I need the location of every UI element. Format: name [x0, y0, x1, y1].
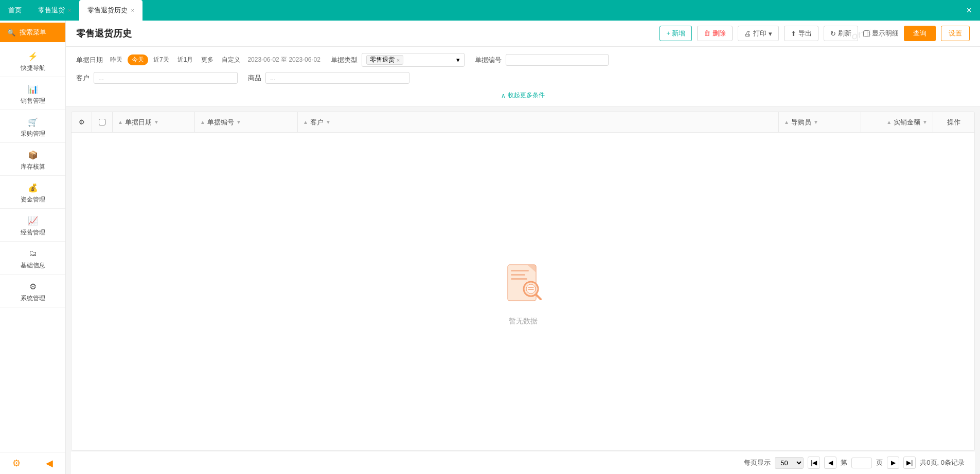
table-area: ⚙ ▲ 单据日期 ▼ ▲ 单据编号 ▼ ▲ 客户 ▼ — [71, 112, 975, 451]
sidebar-item-sales-label: 销售管理 — [21, 97, 45, 105]
export-button[interactable]: ⬆ 导出 — [784, 26, 818, 41]
sidebar-item-operations-label: 经营管理 — [21, 228, 45, 237]
search-menu-label: 搜索菜单 — [20, 28, 46, 37]
tab-retail-return-history-close[interactable]: × — [131, 7, 134, 13]
tab-home[interactable]: 首页 — [0, 0, 30, 21]
table-header: ⚙ ▲ 单据日期 ▼ ▲ 单据编号 ▼ ▲ 客户 ▼ — [72, 112, 974, 133]
th-operation: 操作 — [933, 112, 974, 132]
date-btn-yesterday[interactable]: 昨天 — [107, 54, 126, 65]
collapse-sidebar-icon[interactable]: ◀ — [46, 458, 53, 469]
refresh-button[interactable]: ↻ 刷新 — [824, 26, 858, 41]
sidebar-item-system-label: 系统管理 — [21, 294, 45, 303]
svg-line-6 — [536, 295, 541, 299]
new-button[interactable]: + 新增 — [660, 26, 692, 41]
sidebar-item-purchase[interactable]: 🛒 采购管理 — [0, 110, 65, 143]
sidebar-item-quick-nav-label: 快捷导航 — [21, 64, 45, 72]
sort-desc-icon2: ▼ — [236, 119, 241, 125]
date-btn-more[interactable]: 更多 — [198, 54, 217, 65]
query-button[interactable]: 查询 — [904, 26, 936, 41]
export-label: 导出 — [798, 29, 812, 38]
show-detail-label: 显示明细 — [872, 29, 899, 38]
sort-desc-icon3: ▼ — [326, 119, 331, 125]
th-guide[interactable]: ▲ 导购员 ▼ — [779, 112, 861, 132]
settings-bottom-icon[interactable]: ⚙ — [12, 458, 21, 469]
th-amount-label: 实销金额 — [894, 118, 920, 127]
goods-filter-label: 商品 — [248, 74, 261, 83]
sort-desc-icon: ▼ — [154, 119, 159, 125]
page-number-input[interactable]: 1 — [851, 458, 872, 468]
tab-bar: 首页 零售退货 × 零售退货历史 × — [0, 0, 958, 21]
page-size-select[interactable]: 50 10 20 100 — [775, 457, 804, 469]
sidebar-item-operations[interactable]: 📈 经营管理 — [0, 209, 65, 242]
sidebar: 🔍 搜索菜单 ⚡ 快捷导航 📊 销售管理 🛒 采购管理 📦 库存核算 💰 资金管… — [0, 21, 66, 474]
set-button[interactable]: 设置 — [941, 26, 970, 41]
type-filter-label: 单据类型 — [331, 56, 358, 65]
th-number[interactable]: ▲ 单据编号 ▼ — [195, 112, 298, 132]
sidebar-item-finance[interactable]: 💰 资金管理 — [0, 176, 65, 209]
tab-retail-return[interactable]: 零售退货 × — [30, 0, 79, 21]
th-amount[interactable]: ▲ 实销金额 ▼ — [861, 112, 933, 132]
sidebar-item-system[interactable]: ⚙ 系统管理 — [0, 275, 65, 307]
svg-rect-1 — [511, 270, 529, 271]
sidebar-item-purchase-label: 采购管理 — [21, 130, 45, 138]
delete-button[interactable]: 🗑 删除 — [697, 26, 733, 41]
top-bar: 首页 零售退货 × 零售退货历史 × × — [0, 0, 980, 21]
sidebar-item-quick-nav[interactable]: ⚡ 快捷导航 — [0, 44, 65, 77]
customer-filter-label: 客户 — [76, 74, 90, 83]
type-select-chevron: ▾ — [456, 56, 460, 64]
sidebar-bottom: ⚙ ◀ — [0, 452, 65, 474]
svg-point-5 — [526, 284, 536, 294]
th-settings[interactable]: ⚙ — [72, 112, 92, 132]
show-detail-checkbox[interactable]: 显示明细 — [863, 29, 899, 38]
tab-retail-return-label: 零售退货 — [38, 6, 65, 15]
total-info: 共0页, 0条记录 — [920, 458, 965, 467]
print-chevron-icon: ▾ — [769, 30, 772, 38]
th-customer[interactable]: ▲ 客户 ▼ — [298, 112, 779, 132]
th-checkbox[interactable] — [92, 112, 113, 132]
window-close-button[interactable]: × — [958, 5, 980, 16]
date-btn-1month[interactable]: 近1月 — [174, 54, 197, 65]
tab-retail-return-close[interactable]: × — [68, 7, 71, 13]
svg-rect-2 — [511, 274, 525, 276]
last-page-button[interactable]: ▶| — [903, 457, 916, 469]
empty-state: 暂无数据 — [72, 133, 974, 450]
purchase-icon: 🛒 — [27, 116, 39, 127]
print-label: 打印 — [753, 29, 767, 38]
number-filter-input[interactable] — [506, 54, 609, 66]
settings-icon: ⚙ — [79, 118, 85, 126]
th-date-label: 单据日期 — [125, 118, 152, 127]
sort-asc-icon3: ▲ — [303, 119, 308, 125]
sidebar-item-base-info[interactable]: 🗂 基础信息 — [0, 242, 65, 275]
sidebar-item-sales[interactable]: 📊 销售管理 — [0, 77, 65, 110]
refresh-label: 刷新 — [838, 29, 851, 38]
date-btn-custom[interactable]: 自定义 — [219, 54, 243, 65]
sidebar-item-finance-label: 资金管理 — [21, 195, 45, 204]
goods-select[interactable]: ... — [265, 72, 409, 84]
collapse-filter-button[interactable]: ∧ 收起更多条件 — [501, 89, 545, 102]
sidebar-item-inventory[interactable]: 📦 库存核算 — [0, 143, 65, 176]
print-button[interactable]: 🖨 打印 ▾ — [738, 26, 779, 41]
system-icon: ⚙ — [27, 281, 39, 292]
sales-icon: 📊 — [27, 83, 39, 95]
prev-page-button[interactable]: ◀ — [824, 457, 836, 469]
operations-icon: 📈 — [27, 215, 39, 226]
date-filter-group: 单据日期 昨天 今天 近7天 近1月 更多 自定义 2023-06-02 至 2… — [76, 54, 320, 65]
show-detail-input[interactable] — [863, 30, 870, 37]
customer-ellipsis: ... — [98, 74, 104, 82]
select-all-checkbox[interactable] — [99, 119, 105, 125]
search-menu-button[interactable]: 🔍 搜索菜单 — [0, 23, 65, 42]
refresh-icon: ↻ — [830, 30, 836, 38]
next-page-button[interactable]: ▶ — [887, 457, 899, 469]
customer-select[interactable]: ... — [94, 72, 238, 84]
goods-filter-group: 商品 ... — [248, 72, 409, 84]
sort-desc-icon4: ▼ — [813, 119, 818, 125]
th-date[interactable]: ▲ 单据日期 ▼ — [113, 112, 195, 132]
type-select[interactable]: 零售退货 × ▾ — [362, 53, 465, 67]
header-actions: + 新增 🗑 删除 🖨 打印 ▾ ⬆ 导出 ↻ 刷新 显示明细 — [660, 26, 970, 41]
type-tag-close[interactable]: × — [397, 57, 400, 63]
date-btn-today[interactable]: 今天 — [128, 54, 148, 65]
th-customer-label: 客户 — [310, 118, 324, 127]
date-btn-7days[interactable]: 近7天 — [150, 54, 172, 65]
first-page-button[interactable]: |◀ — [808, 457, 820, 469]
tab-retail-return-history[interactable]: 零售退货历史 × — [79, 0, 142, 21]
